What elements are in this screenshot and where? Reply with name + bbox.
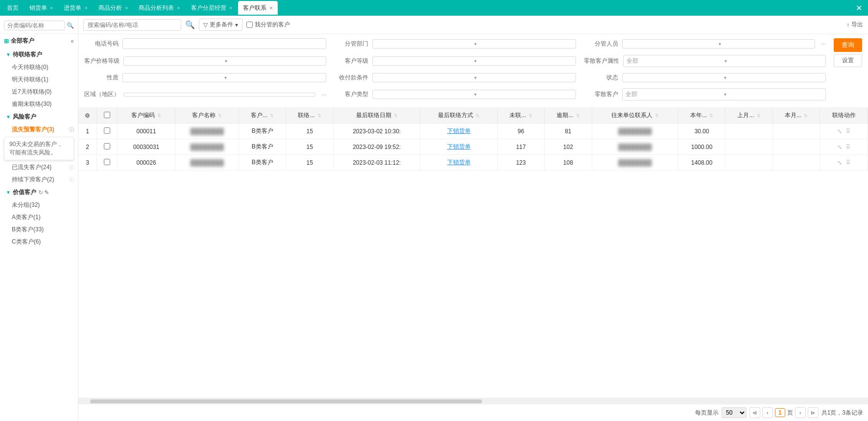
table-row: 2 00030031 ████████ B类客户 15 2023-02-09 1… (78, 139, 868, 155)
th-last-date[interactable]: 最后联络日期 ⇅ (333, 108, 420, 124)
sidebar-item-c-class[interactable]: C类客户(6) (0, 236, 78, 248)
sidebar-item-a-class[interactable]: A类客户(1) (0, 211, 78, 223)
th-type[interactable]: 客户... ⇅ (239, 108, 286, 124)
edit-icon[interactable]: ✎ (44, 189, 49, 196)
filter-phone-input[interactable] (122, 38, 326, 49)
th-settings[interactable]: ⚙ (78, 108, 97, 124)
filter-payment-select[interactable]: ▾ (372, 73, 576, 82)
action-link-icon[interactable]: ⤡ (837, 128, 842, 135)
my-customer-checkbox[interactable]: 我分管的客户 (246, 21, 290, 29)
per-page-select[interactable]: 50 100 200 (722, 407, 747, 418)
tab-home[interactable]: 首页 (2, 1, 24, 15)
action-menu-icon[interactable]: ⠿ (846, 144, 850, 150)
action-link-icon[interactable]: ⤡ (837, 144, 842, 150)
filter-retail-select[interactable]: 全部 ▾ (622, 88, 826, 100)
filter-nature-select[interactable]: ▾ (122, 73, 326, 82)
collapse-icon[interactable]: « (71, 38, 74, 45)
search-input[interactable] (83, 19, 181, 31)
filter-row-4: 区域（地区） ··· 客户类型 ▾ (84, 88, 826, 100)
th-code[interactable]: 客户编码 ⇅ (117, 108, 175, 124)
tab-customer-tier[interactable]: 客户分层经营 × (186, 1, 237, 15)
chevron-down-icon: ▾ (724, 92, 822, 97)
td-last-way[interactable]: 下销货单 (420, 124, 497, 139)
filter-region-select[interactable] (123, 93, 315, 97)
row-checkbox[interactable] (104, 127, 110, 134)
th-last-way[interactable]: 最后联络方式 ⇅ (420, 108, 497, 124)
prev-page-button[interactable]: ‹ (762, 407, 773, 418)
row-checkbox[interactable] (104, 143, 110, 149)
tab-product-list[interactable]: 商品分析列表 × (134, 1, 185, 15)
th-overdue[interactable]: 逾期... ⇅ (545, 108, 592, 124)
horizontal-scrollbar[interactable] (78, 398, 868, 404)
select-all-checkbox[interactable] (104, 112, 110, 118)
settings-button[interactable]: 设置 (834, 54, 862, 67)
all-customers-item[interactable]: ⊞ 全部客户 « (0, 34, 78, 48)
close-icon[interactable]: × (50, 5, 53, 11)
close-icon[interactable]: × (125, 5, 128, 11)
close-icon[interactable]: × (229, 5, 232, 11)
sidebar-item-tomorrow[interactable]: 明天待联络(1) (0, 74, 78, 86)
close-icon[interactable]: × (84, 5, 87, 11)
td-type: B类客户 (239, 155, 286, 171)
action-link-icon[interactable]: ⤡ (837, 159, 842, 166)
close-icon[interactable]: × (269, 5, 272, 11)
last-page-button[interactable]: ⊳ (808, 407, 819, 418)
filter-customer-type-select[interactable]: ▾ (372, 90, 576, 99)
scrollbar-thumb[interactable] (90, 399, 482, 403)
sidebar-item-declining[interactable]: 持续下滑客户(2) ⓘ (0, 173, 78, 186)
sidebar-search-input[interactable] (4, 21, 65, 30)
sidebar-item-today[interactable]: 今天待联络(0) (0, 61, 78, 74)
action-menu-icon[interactable]: ⠿ (846, 159, 850, 166)
filter-region-label: 区域（地区） (84, 90, 120, 99)
my-customer-check[interactable] (246, 22, 253, 28)
filter-price-level-select[interactable]: ▾ (123, 56, 326, 66)
td-checkbox (97, 124, 118, 139)
refresh-icon[interactable]: ↻ (38, 189, 43, 196)
th-name[interactable]: 客户名称 ⇅ (175, 108, 239, 124)
row-checkbox[interactable] (104, 159, 110, 165)
action-menu-icon[interactable]: ⠿ (846, 128, 850, 135)
filter-person-select[interactable]: ▾ (622, 39, 815, 49)
th-contact-person[interactable]: 往来单位联系人 ⇅ (592, 108, 678, 124)
td-code: 000026 (117, 155, 175, 171)
search-icon[interactable]: 🔍 (67, 22, 74, 29)
filter-more-button[interactable]: ··· (821, 40, 826, 47)
search-button[interactable]: 🔍 (185, 20, 195, 29)
filter-region-more-button[interactable]: ··· (321, 91, 326, 98)
sidebar-group-title-risk[interactable]: ▼ 风险客户 (0, 110, 78, 124)
sidebar-item-ungrouped[interactable]: 未分组(32) (0, 199, 78, 211)
sidebar-item-7days[interactable]: 近7天待联络(0) (0, 86, 78, 98)
filter-customer-type-label: 客户类型 (334, 90, 368, 99)
sidebar-item-b-class[interactable]: B类客户(33) (0, 223, 78, 236)
th-this-month[interactable]: 本月... ⇅ (772, 108, 820, 124)
query-button[interactable]: 查询 (834, 38, 862, 52)
th-last-month[interactable]: 上月... ⇅ (725, 108, 772, 124)
sort-arrows-icon: ⇅ (709, 113, 713, 118)
sidebar-item-overdue[interactable]: 逾期未联络(30) (0, 98, 78, 110)
sidebar-group-title-pending[interactable]: ▼ 待联络客户 (0, 48, 78, 61)
tab-purchase[interactable]: 进货单 × (59, 1, 92, 15)
tab-product-analysis[interactable]: 商品分析 × (94, 1, 133, 15)
export-button[interactable]: ↑ 导出 (846, 21, 863, 29)
tab-customer-contact[interactable]: 客户联系 × (238, 1, 277, 15)
tab-sales[interactable]: 销货单 × (24, 1, 58, 15)
filter-dept-select[interactable]: ▾ (372, 39, 576, 49)
sidebar-item-churn-warning[interactable]: 流失预警客户(3) ⓘ (0, 124, 78, 136)
filter-customer-level-select[interactable]: ▾ (372, 56, 576, 66)
chevron-down-icon: ▾ (474, 41, 573, 47)
more-filter-button[interactable]: ▽ 更多条件 ▾ (199, 19, 242, 31)
th-this-year[interactable]: 本年... ⇅ (678, 108, 725, 124)
filter-retail-attr-select[interactable]: 全部 ▾ (623, 55, 826, 67)
next-page-button[interactable]: › (795, 407, 806, 418)
close-icon[interactable]: × (177, 5, 180, 11)
td-checkbox (97, 155, 118, 171)
th-unlinkage[interactable]: 未联... ⇅ (497, 108, 544, 124)
td-last-way[interactable]: 下销货单 (420, 155, 497, 171)
th-contact[interactable]: 联络... ⇅ (286, 108, 333, 124)
first-page-button[interactable]: ⊲ (749, 407, 760, 418)
filter-status-select[interactable]: ▾ (622, 73, 826, 82)
sidebar-group-title-value[interactable]: ▼ 价值客户 ↻ ✎ (0, 186, 78, 199)
window-close-button[interactable]: ✕ (852, 3, 866, 13)
td-last-way[interactable]: 下销货单 (420, 139, 497, 155)
sidebar-item-churned[interactable]: 已流失客户(24) ⓘ (0, 161, 78, 173)
